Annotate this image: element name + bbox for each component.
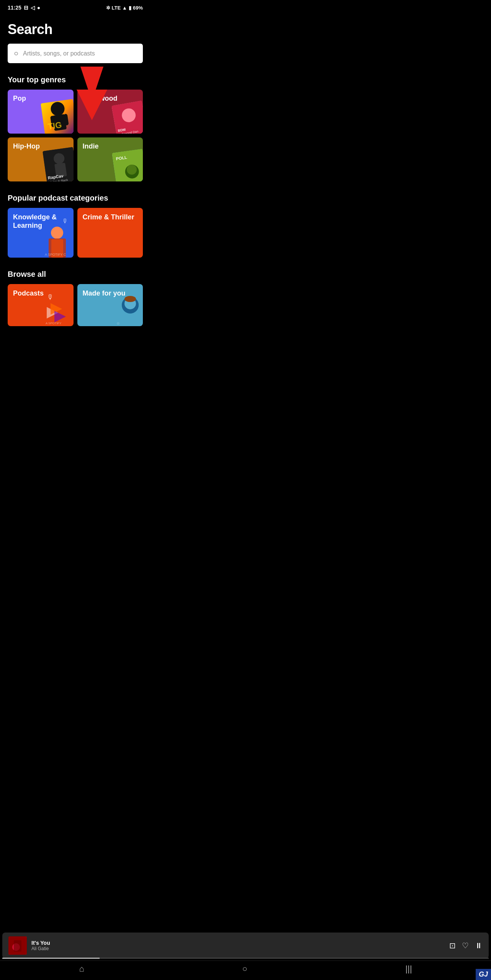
now-playing-title: It's You xyxy=(31,940,151,946)
browse-card-podcasts[interactable]: Podcasts 🎙 A SPOTIFY xyxy=(8,284,74,326)
svg-text:🎙: 🎙 xyxy=(47,293,54,301)
genre-label-bollywood: Bollywood xyxy=(83,95,118,103)
top-genres-title: Your top genres xyxy=(0,75,151,90)
svg-text:◎: ◎ xyxy=(117,322,119,325)
svg-rect-37 xyxy=(14,940,21,952)
browse-art-podcasts: 🎙 A SPOTIFY xyxy=(45,292,72,326)
genre-card-pop[interactable]: Pop TIG xyxy=(8,90,74,134)
podcast-grid: Knowledge & Learning 🎙 A SPOTIFY C Crime… xyxy=(0,208,151,267)
browse-label-madeforyou: Made for you xyxy=(83,289,126,297)
signal-icon: ▲ xyxy=(122,5,127,11)
page-title: Search xyxy=(0,14,151,44)
browse-card-madeforyou[interactable]: Made for you ◎ xyxy=(77,284,143,326)
status-left: 11:25 ⊟ ◁ ● xyxy=(8,5,40,11)
nav-item-home[interactable]: ⌂ xyxy=(79,964,84,974)
search-bar-container: ○ Artists, songs, or podcasts xyxy=(0,44,151,72)
svg-text:TIG: TIG xyxy=(47,120,62,131)
genre-grid: Pop TIG Bollywood BDM Bollywood Dan xyxy=(0,90,151,191)
search-icon: ○ xyxy=(14,49,18,58)
genre-art-pop: TIG xyxy=(41,99,74,134)
genre-art-hiphop: RapCav Lil Jay & 6lack xyxy=(43,147,74,181)
browse-grid: Podcasts 🎙 A SPOTIFY Made for you ◎ xyxy=(0,284,151,372)
search-area: ○ Artists, songs, or podcasts xyxy=(0,44,151,72)
podcast-label-crime: Crime & Thriller xyxy=(83,213,134,222)
time: 11:25 xyxy=(8,5,21,11)
svg-text:A SPOTIFY: A SPOTIFY xyxy=(46,322,62,325)
now-playing-thumbnail xyxy=(8,936,27,955)
genre-art-indie: POLL xyxy=(112,149,143,181)
now-playing-artist: Ali Gatie xyxy=(31,946,151,951)
podcast-label-knowledge: Knowledge & Learning xyxy=(13,213,68,230)
bluetooth-icon: ✲ xyxy=(106,5,110,11)
progress-bar xyxy=(2,958,151,959)
network-label: LTE xyxy=(112,5,121,11)
battery-icon: ▮ xyxy=(129,5,131,11)
location-icon: ◁ xyxy=(31,5,35,11)
genre-art-bollywood: BDM Bollywood Dan xyxy=(111,101,143,134)
browse-all-title: Browse all xyxy=(0,270,151,284)
now-playing-info: It's You Ali Gatie xyxy=(31,940,151,951)
podcast-card-knowledge[interactable]: Knowledge & Learning 🎙 A SPOTIFY C xyxy=(8,208,74,258)
home-icon: ⌂ xyxy=(79,964,84,974)
svg-point-33 xyxy=(124,296,136,302)
genre-card-hiphop[interactable]: Hip-Hop RapCav Lil Jay & 6lack xyxy=(8,137,74,181)
svg-marker-28 xyxy=(54,311,66,322)
podcast-card-crime[interactable]: Crime & Thriller xyxy=(77,208,143,258)
circle-icon: ● xyxy=(37,5,40,11)
podcast-section-title: Popular podcast categories xyxy=(0,194,151,208)
genre-card-indie[interactable]: Indie POLL xyxy=(77,137,143,181)
search-bar[interactable]: ○ Artists, songs, or podcasts xyxy=(8,44,143,63)
now-playing-bar[interactable]: It's You Ali Gatie ⊡ ♡ ⏸ xyxy=(2,933,151,959)
search-input[interactable]: Artists, songs, or podcasts xyxy=(23,50,95,57)
genre-label-pop: Pop xyxy=(13,95,26,103)
notification-icon: ⊟ xyxy=(24,5,28,11)
bottom-nav: ⌂ ○ ||| xyxy=(0,960,151,980)
svg-text:A SPOTIFY C: A SPOTIFY C xyxy=(45,253,66,256)
progress-fill xyxy=(2,958,100,959)
battery-percent: 69% xyxy=(133,5,143,11)
genre-label-indie: Indie xyxy=(83,143,99,150)
status-right: ✲ LTE ▲ ▮ 69% xyxy=(106,5,143,11)
genre-label-hiphop: Hip-Hop xyxy=(13,143,40,150)
status-bar: 11:25 ⊟ ◁ ● ✲ LTE ▲ ▮ 69% xyxy=(0,0,151,14)
browse-label-podcasts: Podcasts xyxy=(13,289,44,297)
genre-card-bollywood[interactable]: Bollywood BDM Bollywood Dan xyxy=(77,90,143,134)
